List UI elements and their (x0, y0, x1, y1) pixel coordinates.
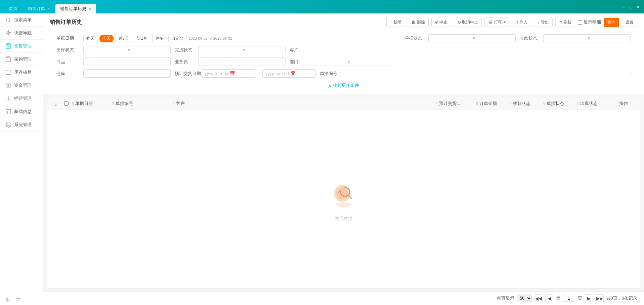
svg-point-19 (335, 202, 352, 207)
close-button[interactable]: ✕ (636, 4, 640, 9)
sidebar-item-inventory[interactable]: 库存核算 (0, 66, 43, 79)
svg-rect-5 (6, 71, 11, 75)
sidebar-item-operations[interactable]: 经营管理 (0, 92, 43, 105)
department-select[interactable]: ▼ (303, 58, 390, 66)
svg-point-24 (340, 187, 344, 191)
product-input[interactable]: ... (83, 58, 171, 66)
delivery-date-to[interactable]: yyyy-mm-dd 📅 (262, 69, 316, 78)
print-button[interactable]: 🖨 打印 ▼ (484, 17, 510, 27)
table-settings-button[interactable] (50, 101, 61, 106)
svg-point-14 (6, 298, 8, 300)
date-7days[interactable]: 近7天 (116, 35, 132, 42)
th-payment-status[interactable]: ⇅ 收款状态 (509, 101, 543, 107)
search-icon (5, 17, 11, 23)
sort-icon-delivery-status: ⇅ (576, 102, 579, 105)
import-button[interactable]: ↑ 导入 (513, 18, 531, 27)
th-order-status[interactable]: ⇅ 单据状态 (543, 101, 576, 107)
settings-button[interactable]: 设置 (622, 18, 637, 27)
sort-icon-number: ⇅ (112, 102, 115, 105)
last-page-button[interactable]: ▶▶ (596, 294, 604, 302)
page-number-input[interactable] (563, 295, 575, 302)
print-dropdown-icon: ▼ (503, 21, 506, 24)
th-delivery-status[interactable]: ⇅ 出库状态 (576, 101, 610, 107)
sidebar-item-search[interactable]: 搜索菜单 (0, 13, 43, 27)
sidebar-item-quicknav[interactable]: 快捷导航 (0, 27, 43, 40)
th-action: 操作 (610, 101, 637, 107)
cart-icon (5, 43, 11, 49)
tab-sales-order[interactable]: 销售订单 ✕ (23, 4, 55, 13)
salesperson-input[interactable]: ... (198, 58, 286, 66)
close-tab-sales-order[interactable]: ✕ (47, 7, 50, 11)
date-1month[interactable]: 近1月 (134, 35, 151, 42)
delivery-date-from[interactable]: yyyy-mm-dd 📅 (202, 69, 255, 78)
calendar-from-icon[interactable]: 📅 (230, 71, 235, 76)
query-button[interactable]: 查询 (604, 18, 619, 27)
complete-dropdown-icon: ▼ (242, 48, 283, 52)
top-bar: 首页 销售订单 ✕ 销售订单历史 ✕ ─ □ ✕ (0, 0, 644, 13)
th-customer[interactable]: ⇅ 客户 (172, 101, 435, 107)
page-title-row: 销售订单历史 + 新增 🗑 删除 ⊘ 中止 ⊘ 取消中止 🖨 打印 ▼ ↑ 导入… (50, 17, 637, 27)
date-today[interactable]: 今天 (99, 35, 114, 42)
export-button[interactable]: ↓ 导出 (534, 18, 552, 27)
status-select[interactable]: ▼ (428, 34, 516, 42)
svg-rect-10 (6, 109, 11, 114)
date-separator: — (257, 71, 261, 76)
date-yesterday[interactable]: 昨天 (83, 35, 97, 42)
tab-home[interactable]: 首页 (4, 4, 22, 13)
first-page-button[interactable]: ◀◀ (534, 294, 543, 302)
complete-status-select[interactable]: ▼ (198, 46, 286, 54)
delete-button[interactable]: 🗑 删除 (408, 18, 428, 27)
settings-bottom-icon[interactable] (4, 296, 10, 302)
collapse-bar[interactable]: ∧ 收起更多条件 (56, 81, 631, 91)
th-date[interactable]: ⇅ 单据日期 (72, 101, 112, 107)
sidebar-item-finance[interactable]: 资金管理 (0, 79, 43, 92)
minimize-button[interactable]: ─ (622, 4, 626, 9)
filter-row-1: 单据日期 昨天 今天 近7天 近1月 更多 自定义 2023-06-02 至 2… (56, 34, 631, 42)
date-more[interactable]: 更多 (152, 35, 166, 42)
warehouse-input[interactable]: ... (83, 69, 171, 78)
sort-icon-order-status: ⇅ (543, 102, 546, 105)
payment-status-select[interactable]: ▼ (543, 34, 631, 42)
show-detail-input[interactable] (578, 20, 582, 25)
date-custom[interactable]: 自定义 (168, 35, 186, 42)
delivery-status-select[interactable]: ▼ (83, 46, 171, 54)
maximize-button[interactable]: □ (630, 4, 632, 9)
cancel-stop-button[interactable]: ⊘ 取消中止 (454, 18, 482, 27)
th-amount[interactable]: ⇅ 订单金额 (476, 101, 509, 107)
table-header: ⇅ 单据日期 ⇅ 单据编号 ⇅ 客户 ⇅ 预计交货... ⇅ 订单金额 (47, 97, 640, 110)
filter-area: 单据日期 昨天 今天 近7天 近1月 更多 自定义 2023-06-02 至 2… (50, 31, 637, 94)
filter-row-3: 商品 ... 业务员 ... 部门 ▼ (56, 58, 631, 66)
order-number-input[interactable] (340, 72, 631, 75)
sidebar-item-sales[interactable]: 销售管理 (0, 40, 43, 53)
svg-point-18 (55, 103, 56, 104)
sidebar-item-system[interactable]: 系统管理 (0, 118, 43, 131)
per-page-select[interactable]: 50 (517, 295, 532, 302)
table-select-all[interactable] (61, 101, 72, 106)
date-filter-control: 昨天 今天 近7天 近1月 更多 自定义 2023-06-02 至 2023-0… (83, 35, 405, 42)
window-controls: ─ □ ✕ (622, 4, 640, 9)
show-detail-checkbox[interactable]: 显示明细 (578, 19, 601, 25)
prev-page-icon: ◀ (548, 296, 551, 301)
calendar-to-icon[interactable]: 📅 (290, 71, 296, 76)
svg-marker-2 (6, 31, 11, 36)
th-delivery[interactable]: ⇅ 预计交货... (435, 101, 476, 107)
select-all-checkbox[interactable] (64, 101, 69, 106)
close-tab-history[interactable]: ✕ (88, 7, 91, 11)
tab-sales-order-history[interactable]: 销售订单历史 ✕ (55, 4, 96, 13)
delivery-date-group: yyyy-mm-dd 📅 — yyyy-mm-dd 📅 (202, 69, 316, 78)
collapse-sidebar-icon[interactable] (15, 296, 22, 302)
refresh-button[interactable]: ↻ 刷新 (555, 18, 575, 27)
sidebar-item-purchase[interactable]: 采购管理 (0, 53, 43, 66)
th-number[interactable]: ⇅ 单据编号 (112, 101, 172, 107)
next-page-button[interactable]: ▶ (585, 294, 593, 302)
svg-line-1 (9, 21, 11, 22)
add-button[interactable]: + 新增 (386, 18, 405, 27)
stop-button[interactable]: ⊘ 中止 (431, 18, 451, 27)
prev-page-button[interactable]: ◀ (545, 294, 553, 302)
sidebar-item-basic-info[interactable]: 基础信息 (0, 105, 43, 118)
chart-icon (5, 96, 11, 102)
sort-icon-amount: ⇅ (476, 102, 478, 105)
customer-input[interactable]: ... (303, 46, 390, 54)
delivery-dropdown-icon: ▼ (127, 48, 168, 52)
svg-point-13 (8, 124, 9, 126)
